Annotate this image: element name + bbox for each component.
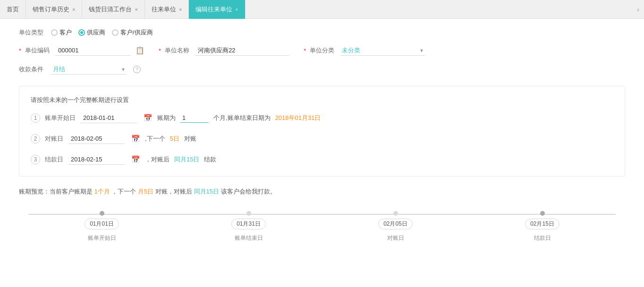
step-3-suffix-highlight: 同月15日: [174, 155, 199, 164]
payment-dropdown[interactable]: 月结 ▾: [51, 64, 127, 75]
timeline-dot-3: [540, 211, 545, 216]
preview-suffix: 该客户会给我打款。: [221, 188, 276, 195]
tab-edit-partner-unit[interactable]: 编辑往来单位 ×: [189, 0, 245, 19]
close-icon[interactable]: ×: [135, 7, 137, 12]
timeline-dot-0: [100, 211, 104, 216]
close-icon[interactable]: ×: [179, 7, 182, 12]
payment-row: 收款条件 月结 ▾ ?: [19, 64, 625, 75]
tabs-bar: 首页 销售订单历史 × 钱货日清工作台 × 往来单位 × 编辑往来单位 × ›: [0, 0, 644, 19]
preview-part2: 月5日: [138, 188, 153, 195]
preview-part1: 1个月: [94, 188, 110, 195]
radio-circle-customer-supplier: [112, 29, 119, 36]
close-icon[interactable]: ×: [235, 7, 238, 12]
step-2-suffix-post: 对账: [184, 135, 196, 143]
tab-cash-work-label: 钱货日清工作台: [89, 5, 132, 14]
timeline-badge-2: 02月05日: [378, 219, 413, 229]
timeline-label-0: 账单开始日: [88, 234, 116, 242]
calendar-icon-code[interactable]: 📋: [136, 46, 144, 55]
step-1-label: 账单开始日: [45, 114, 76, 122]
category-dropdown[interactable]: 未分类 ▾: [340, 45, 425, 56]
step-2-num: 2: [31, 134, 40, 144]
tab-edit-partner-unit-label: 编辑往来单位: [195, 5, 232, 14]
step-2-date-input[interactable]: [68, 134, 125, 144]
step-1-period-suffix: 个月,账单结束日期为: [213, 114, 271, 122]
step-2-row: 2 对账日 📅 ,下一个 5日 对账: [31, 134, 613, 144]
tab-sales-order-history-label: 销售订单历史: [33, 5, 69, 14]
radio-customer[interactable]: 客户: [51, 28, 72, 37]
code-input[interactable]: [55, 45, 131, 56]
name-required-star: *: [159, 47, 161, 54]
step-1-period-end: 2018年01月31日: [275, 114, 321, 122]
timeline-badge-0: 01月01日: [85, 219, 119, 229]
name-label: 单位名称: [165, 46, 189, 55]
tab-expand-button[interactable]: ›: [632, 6, 644, 13]
calendar-icon-step2[interactable]: 📅: [131, 135, 140, 143]
category-dropdown-arrow: ▾: [420, 47, 423, 54]
step-3-row: 3 结款日 📅 ，对账后 同月15日 结款: [31, 154, 613, 165]
radio-customer-supplier-label: 客户/供应商: [120, 28, 153, 37]
radio-circle-supplier: [78, 29, 85, 36]
radio-customer-label: 客户: [59, 28, 72, 37]
category-required-star: *: [304, 47, 306, 54]
step-3-num: 3: [31, 155, 40, 164]
step-1-date-input[interactable]: [80, 113, 137, 123]
payment-label: 收款条件: [19, 65, 43, 74]
category-select[interactable]: 未分类: [342, 47, 418, 54]
preview-sep1: ，下一个: [111, 188, 136, 195]
timeline-item-1: 01月31日 账单结束日: [175, 211, 322, 242]
step-2-label: 对账日: [45, 135, 63, 143]
calendar-icon-step1[interactable]: 📅: [144, 114, 153, 122]
payment-select[interactable]: 月结: [53, 66, 120, 73]
card-instruction: 请按照未来的一个完整帐期进行设置: [31, 96, 613, 104]
step-3-date-input[interactable]: [68, 154, 125, 165]
tab-cash-work[interactable]: 钱货日清工作台 ×: [82, 0, 144, 19]
timeline: 01月01日 账单开始日 01月31日 账单结束日 02月05日 对账日 02月…: [28, 206, 616, 256]
step-1-period-input[interactable]: [180, 113, 209, 123]
timeline-item-2: 02月05日 对账日: [322, 211, 469, 242]
unit-type-label: 单位类型: [19, 28, 43, 37]
name-input[interactable]: [195, 45, 289, 56]
timeline-dot-2: [393, 211, 398, 216]
step-1-num: 1: [31, 113, 40, 123]
step-3-suffix-pre: ，对账后: [145, 155, 169, 164]
period-settings-card: 请按照未来的一个完整帐期进行设置 1 账单开始日 📅 账期为 个月,账单结束日期…: [19, 86, 625, 177]
step-3-label: 结款日: [45, 155, 63, 164]
preview-sep2: 对账，对账后: [155, 188, 192, 195]
timeline-label-1: 账单结束日: [235, 234, 263, 242]
step-1-period-prefix: 账期为: [157, 114, 176, 122]
radio-circle-customer: [51, 29, 58, 36]
radio-customer-supplier[interactable]: 客户/供应商: [112, 28, 153, 37]
timeline-item-0: 01月01日 账单开始日: [28, 211, 175, 242]
timeline-item-3: 02月15日 结款日: [469, 211, 616, 242]
preview-section: 账期预览：当前客户账期是 1个月 ，下一个 月5日 对账，对账后 同月15日 该…: [19, 186, 625, 197]
timeline-label-3: 结款日: [534, 234, 551, 242]
tab-home-label: 首页: [7, 5, 19, 14]
page-content: 单位类型 客户 供应商 客户/供应商 * 单位编码 📋 * 单位名称: [0, 19, 644, 287]
code-required-star: *: [19, 47, 21, 54]
step-2-suffix-pre: ,下一个: [145, 135, 165, 143]
code-name-category-row: * 单位编码 📋 * 单位名称 * 单位分类 未分类 ▾: [19, 45, 625, 56]
tab-partner-unit-label: 往来单位: [152, 5, 176, 14]
unit-type-radio-group: 客户 供应商 客户/供应商: [51, 28, 153, 37]
timeline-badge-3: 02月15日: [525, 219, 559, 229]
unit-type-row: 单位类型 客户 供应商 客户/供应商: [19, 28, 625, 37]
radio-supplier[interactable]: 供应商: [78, 28, 105, 37]
help-icon[interactable]: ?: [133, 66, 141, 73]
timeline-badge-1: 01月31日: [231, 219, 266, 229]
code-label: 单位编码: [25, 46, 50, 55]
payment-dropdown-arrow: ▾: [122, 66, 125, 73]
tab-home[interactable]: 首页: [0, 0, 26, 19]
tab-partner-unit[interactable]: 往来单位 ×: [145, 0, 189, 19]
preview-part3: 同月15日: [194, 188, 219, 195]
close-icon[interactable]: ×: [72, 7, 75, 12]
timeline-dot-1: [246, 211, 251, 216]
calendar-icon-step3[interactable]: 📅: [131, 155, 140, 164]
timeline-label-2: 对账日: [387, 234, 404, 242]
tab-sales-order-history[interactable]: 销售订单历史 ×: [26, 0, 82, 19]
step-2-suffix-highlight: 5日: [170, 135, 179, 143]
preview-prefix: 账期预览：当前客户账期是: [19, 188, 93, 195]
timeline-container: 01月01日 账单开始日 01月31日 账单结束日 02月05日 对账日 02月…: [19, 206, 625, 256]
step-3-suffix-post: 结款: [204, 155, 216, 164]
category-label: 单位分类: [310, 46, 334, 55]
step-1-row: 1 账单开始日 📅 账期为 个月,账单结束日期为 2018年01月31日: [31, 113, 613, 123]
